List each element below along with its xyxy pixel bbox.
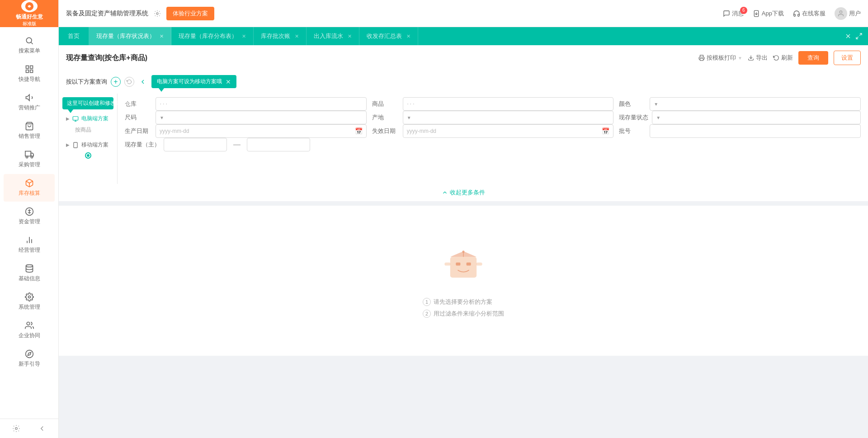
stock-qty-from[interactable] — [164, 138, 227, 151]
user-avatar-button[interactable]: 用户 — [835, 7, 861, 20]
warehouse-dots[interactable]: ··· — [160, 100, 168, 108]
step-1-num: 1 — [423, 298, 431, 306]
exp-date-input[interactable]: yyyy-mm-dd 📅 — [403, 124, 614, 138]
stock-status-select[interactable]: ▼ — [652, 111, 861, 124]
query-button[interactable]: 查询 — [798, 51, 828, 65]
size-label: 尺码 — [125, 113, 152, 122]
experience-button[interactable]: 体验行业方案 — [166, 7, 214, 20]
sidebar-item-search[interactable]: 搜索菜单 — [4, 32, 55, 59]
sidebar-item-finance[interactable]: 资金管理 — [4, 203, 55, 230]
filter-arrow-button[interactable] — [138, 77, 148, 87]
svg-point-10 — [31, 156, 33, 158]
tab-inv-status-close[interactable]: ✕ — [160, 33, 164, 39]
sidebar-item-purchase[interactable]: 采购管理 — [4, 146, 55, 173]
filter-add-button[interactable]: + — [111, 77, 121, 87]
tab-close-all-icon[interactable] — [844, 33, 852, 40]
settings-gear-icon[interactable] — [154, 10, 161, 17]
online-service-button[interactable]: 在线客服 — [793, 9, 826, 18]
svg-point-16 — [26, 265, 33, 267]
headset-icon — [793, 10, 800, 17]
filter-row-2: 尺码 ▼ 产地 ▼ 现存量状态 — [125, 111, 861, 124]
field-product: 商品 ··· — [372, 97, 614, 111]
batch-input[interactable] — [650, 124, 861, 138]
schema-item-pc[interactable]: ▶ 电脑端方案 — [62, 113, 117, 124]
filter-refresh-button[interactable] — [124, 77, 134, 87]
origin-chevron: ▼ — [407, 115, 411, 120]
sidebar-item-operation[interactable]: 经营管理 — [4, 231, 55, 259]
origin-select[interactable]: ▼ — [403, 111, 614, 124]
svg-point-25 — [840, 11, 842, 13]
schema-subitem-pc[interactable]: 按商品 — [62, 124, 117, 136]
sidebar-label-purchase: 采购管理 — [19, 161, 40, 169]
tab-in-out-flow[interactable]: 出入库流水 ✕ — [307, 27, 359, 45]
sidebar-item-enterprise[interactable]: 企业协同 — [4, 316, 55, 344]
tab-batch-close[interactable]: ✕ — [295, 33, 299, 39]
tooltip2-close[interactable]: ✕ — [136, 100, 141, 107]
svg-point-17 — [28, 296, 30, 298]
header-right: 消息 6 App下载 在线客服 用户 — [723, 7, 861, 20]
empty-step-1: 1 请先选择要分析的方案 — [423, 296, 504, 308]
main-content: 装备及固定资产辅助管理系统 体验行业方案 消息 6 App下载 在线客服 — [59, 0, 868, 438]
tooltip1: 电脑方案可设为移动方案哦 ✕ — [151, 75, 236, 88]
exp-calendar-icon[interactable]: 📅 — [602, 127, 609, 135]
tab-recv-close[interactable]: ✕ — [406, 33, 410, 39]
sidebar-label-search: 搜索菜单 — [19, 47, 40, 55]
tab-inout-close[interactable]: ✕ — [348, 33, 352, 39]
color-label: 颜色 — [619, 100, 646, 108]
tab-recv-summary[interactable]: 收发存汇总表 ✕ — [359, 27, 418, 45]
sidebar-item-quick[interactable]: 快捷导航 — [4, 60, 55, 88]
svg-rect-43 — [476, 263, 482, 266]
field-origin: 产地 ▼ — [372, 111, 614, 124]
size-select[interactable]: ▼ — [156, 111, 367, 124]
tooltip2-wrapper: 这里可以创建和修改方案哦 ✕ — [62, 97, 113, 109]
tab-inv-dist-close[interactable]: ✕ — [242, 33, 246, 39]
export-button[interactable]: 导出 — [748, 54, 768, 62]
mfg-calendar-icon[interactable]: 📅 — [355, 127, 363, 135]
mfg-date-input[interactable]: yyyy-mm-dd 📅 — [156, 124, 367, 138]
tab-inventory-status[interactable]: 现存量（库存状况表） ✕ — [89, 27, 171, 45]
sidebar-item-inventory[interactable]: 库存核算 — [4, 174, 55, 202]
sidebar-label-quick: 快捷导航 — [19, 75, 40, 83]
sidebar-item-basic[interactable]: 基础信息 — [4, 259, 55, 287]
print-dropdown-icon[interactable]: ▼ — [738, 56, 742, 61]
mfg-date-placeholder: yyyy-mm-dd — [160, 128, 189, 134]
sidebar-item-system[interactable]: 系统管理 — [4, 288, 55, 316]
mfg-date-label: 生产日期 — [125, 127, 152, 135]
product-dots[interactable]: ··· — [407, 100, 415, 108]
product-select[interactable]: ··· — [403, 97, 614, 111]
color-select[interactable]: ▼ — [650, 97, 861, 111]
tab-bar: 首页 现存量（库存状况表） ✕ 现存量（库存分布表） ✕ 库存批次账 ✕ 出入库… — [59, 27, 868, 45]
message-button[interactable]: 消息 6 — [723, 9, 744, 18]
footer-settings-icon[interactable] — [12, 424, 20, 433]
svg-rect-7 — [25, 151, 31, 156]
footer-collapse-icon[interactable] — [38, 424, 46, 433]
tab-home[interactable]: 首页 — [59, 27, 89, 45]
tab-expand-icon[interactable] — [855, 33, 863, 40]
tab-bar-actions — [844, 33, 868, 40]
sidebar-item-guide[interactable]: 新手引导 — [4, 345, 55, 372]
sidebar: 畅通好生意 标准版 搜索菜单 快捷导航 营销推广 销售管理 采购管理 — [0, 0, 59, 438]
print-icon — [698, 55, 705, 61]
database-icon — [25, 264, 34, 273]
stock-qty-to[interactable] — [247, 138, 310, 151]
print-button[interactable]: 按模板打印 ▼ — [698, 54, 742, 62]
svg-rect-5 — [30, 70, 33, 73]
tooltip1-close[interactable]: ✕ — [226, 78, 231, 85]
svg-point-19 — [25, 350, 33, 358]
sidebar-item-sales[interactable]: 销售管理 — [4, 117, 55, 145]
warehouse-select[interactable]: ··· — [156, 97, 367, 111]
svg-rect-3 — [30, 66, 33, 69]
product-label: 商品 — [372, 100, 399, 108]
set-button[interactable]: 设置 — [834, 51, 861, 65]
app-download-button[interactable]: App下载 — [753, 9, 784, 18]
sidebar-item-marketing[interactable]: 营销推广 — [4, 89, 55, 116]
svg-point-41 — [462, 250, 465, 253]
schema-item-mobile[interactable]: ▶ 移动端方案 — [62, 139, 117, 151]
svg-rect-32 — [73, 116, 78, 120]
collapse-more-button[interactable]: 收起更多条件 — [59, 184, 868, 201]
page-area: 现存量查询(按仓库+商品) 按模板打印 ▼ 导出 刷新 查询 设置 — [59, 45, 868, 438]
tab-batch-ledger[interactable]: 库存批次账 ✕ — [254, 27, 307, 45]
refresh-button[interactable]: 刷新 — [773, 54, 793, 62]
chart-icon — [25, 235, 34, 245]
tab-inventory-dist[interactable]: 现存量（库存分布表） ✕ — [171, 27, 254, 45]
